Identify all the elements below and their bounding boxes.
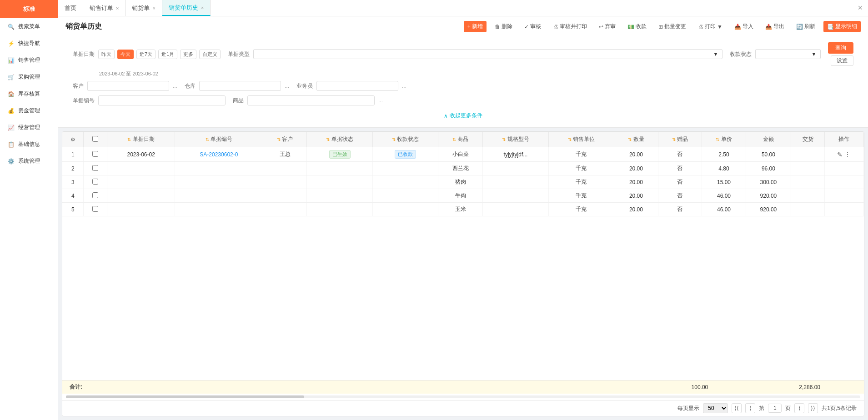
date-today-btn[interactable]: 今天	[117, 50, 134, 59]
customer-dots[interactable]: ...	[173, 83, 177, 89]
query-button[interactable]: 查询	[828, 42, 853, 54]
filter-area: 单据日期 昨天 今天 近7天 近1月 更多 自定义 单据类型	[65, 37, 861, 127]
export-button[interactable]: 📤 导出	[762, 21, 788, 32]
row-paystatus	[372, 189, 438, 203]
goods-dots[interactable]: ...	[378, 97, 383, 104]
row-num: 1	[62, 147, 84, 162]
sidebar-item-search[interactable]: 🔍 搜索菜单	[0, 18, 58, 35]
audit-button[interactable]: ✓ 审核	[521, 21, 545, 32]
row-checkbox[interactable]	[92, 151, 98, 157]
tab-home[interactable]: 首页	[58, 0, 83, 16]
customer-input[interactable]	[87, 81, 169, 91]
print-button[interactable]: 🖨 打印 ▼	[694, 21, 726, 32]
filter-goods: 商品 ...	[233, 95, 383, 105]
row-docno	[175, 162, 263, 175]
delete-button[interactable]: 🗑 删除	[491, 21, 516, 32]
tab-close-all-btn[interactable]: ×	[852, 3, 868, 13]
row-checkbox[interactable]	[92, 192, 98, 198]
doc-no-input[interactable]	[98, 95, 226, 105]
sidebar-item-label: 经营管理	[18, 124, 40, 131]
goods-input[interactable]	[247, 95, 375, 105]
customer-sort-icon[interactable]: ⇅	[277, 137, 281, 142]
batch-change-button[interactable]: ⊞ 批量变更	[655, 21, 690, 32]
date-custom-btn[interactable]: 自定义	[199, 50, 221, 59]
row-qty: 20.00	[614, 175, 658, 189]
sidebar-item-finance[interactable]: 💰 资金管理	[0, 102, 58, 119]
refresh-button[interactable]: 🔄 刷新	[793, 21, 819, 32]
filter-staff: 业务员 ...	[296, 81, 406, 91]
sidebar-item-inventory[interactable]: 🏠 库存核算	[0, 85, 58, 102]
sidebar-item-label: 快捷导航	[18, 40, 40, 47]
warehouse-dots[interactable]: ...	[285, 83, 289, 89]
filter-doc-type: 单据类型 ▼	[228, 49, 722, 59]
staff-dots[interactable]: ...	[402, 83, 406, 89]
warehouse-input[interactable]	[199, 81, 281, 91]
sidebar-item-purchase[interactable]: 🛒 采购管理	[0, 69, 58, 85]
doc-type-select[interactable]: ▼	[253, 49, 722, 59]
tab-sales-history-close[interactable]: ×	[201, 5, 204, 10]
docno-sort-icon[interactable]: ⇅	[206, 137, 209, 142]
sidebar-item-ops[interactable]: 📈 经营管理	[0, 119, 58, 136]
date-7days-btn[interactable]: 近7天	[136, 50, 156, 59]
sidebar-item-system[interactable]: ⚙️ 系统管理	[0, 153, 58, 170]
paystatus-sort-icon[interactable]: ⇅	[392, 137, 396, 142]
tab-sales-history[interactable]: 销货单历史 ×	[162, 0, 211, 16]
select-all-checkbox[interactable]	[92, 136, 98, 142]
tab-sales-delivery[interactable]: 销货单 ×	[125, 0, 162, 16]
staff-input[interactable]	[316, 81, 398, 91]
date-1month-btn[interactable]: 近1月	[158, 50, 177, 59]
tab-sales-order[interactable]: 销售订单 ×	[83, 0, 125, 16]
scrollbar-thumb[interactable]	[66, 395, 304, 398]
row-goods: 玉米	[438, 203, 483, 216]
row-paystatus	[372, 162, 438, 175]
date-more-btn[interactable]: 更多	[180, 50, 196, 59]
col-delivery: 交货	[791, 132, 825, 147]
spec-sort-icon[interactable]: ⇅	[502, 137, 506, 142]
show-detail-button[interactable]: 📑 显示明细	[823, 21, 861, 32]
collect-button[interactable]: 💵 收款	[624, 21, 650, 32]
docstatus-sort-icon[interactable]: ⇅	[326, 137, 330, 142]
more-btn[interactable]: ⋮	[844, 151, 851, 158]
row-action	[824, 162, 863, 175]
ops-icon: 📈	[7, 124, 15, 131]
page-number-input[interactable]	[768, 404, 782, 413]
tab-sales-order-close[interactable]: ×	[116, 5, 119, 11]
col-action: 操作	[824, 132, 863, 147]
unit-sort-icon[interactable]: ⇅	[568, 137, 572, 142]
new-button[interactable]: + 新增	[464, 21, 487, 32]
horizontal-scrollbar[interactable]	[66, 395, 860, 398]
goods-sort-icon[interactable]: ⇅	[452, 137, 456, 142]
first-page-btn[interactable]: ⟨⟨	[732, 403, 742, 413]
row-checkbox[interactable]	[92, 179, 98, 185]
sidebar-item-basic[interactable]: 📋 基础信息	[0, 136, 58, 153]
row-unit: 千克	[548, 189, 614, 203]
edit-btn[interactable]: ✎	[837, 151, 843, 158]
col-amount: 金额	[746, 132, 791, 147]
row-checkbox[interactable]	[92, 206, 98, 212]
abandon-button[interactable]: ↩ 弃审	[595, 21, 619, 32]
price-sort-icon[interactable]: ⇅	[716, 137, 719, 142]
row-checkbox[interactable]	[92, 165, 98, 171]
doc-no-link[interactable]: SA-20230602-0	[200, 151, 238, 158]
tab-sales-delivery-label: 销货单	[132, 4, 150, 12]
next-page-btn[interactable]: ⟩	[794, 403, 804, 413]
collapse-btn[interactable]: ∧ 收起更多条件	[73, 110, 853, 121]
row-qty: 20.00	[614, 203, 658, 216]
sidebar-item-quicknav[interactable]: ⚡ 快捷导航	[0, 35, 58, 52]
prev-page-btn[interactable]: ⟨	[745, 403, 755, 413]
last-page-btn[interactable]: ⟩⟩	[808, 403, 818, 413]
sidebar-item-label: 资金管理	[18, 107, 40, 115]
col-doc-no: ⇅ 单据编号	[175, 132, 263, 147]
page-size-select[interactable]: 10 20 50 100	[703, 403, 728, 413]
gift-sort-icon[interactable]: ⇅	[672, 137, 676, 142]
qty-sort-icon[interactable]: ⇅	[628, 137, 632, 142]
pay-status-select[interactable]: ▼	[755, 49, 821, 59]
date-sort-icon[interactable]: ⇅	[127, 137, 131, 142]
tab-sales-delivery-close[interactable]: ×	[152, 5, 155, 11]
col-gear[interactable]: ⚙	[62, 132, 84, 147]
import-button[interactable]: 📥 导入	[731, 21, 757, 32]
sidebar-item-sales[interactable]: 📊 销售管理	[0, 52, 58, 69]
date-yesterday-btn[interactable]: 昨天	[98, 50, 115, 59]
setting-button[interactable]: 设置	[831, 55, 853, 66]
audit-print-button[interactable]: 🖨 审核并打印	[549, 21, 591, 32]
